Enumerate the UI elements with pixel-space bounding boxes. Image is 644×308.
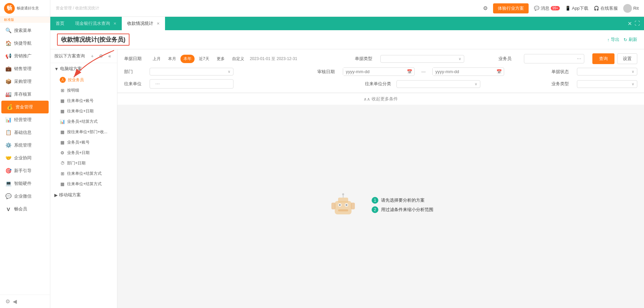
sidebar-item-member-label: 畅会员 — [14, 206, 27, 212]
scheme-item-by-unit-date[interactable]: ▦ 往来单位+日期 — [50, 106, 117, 116]
date-btn-this-year[interactable]: 本年 — [180, 55, 195, 63]
export-btn[interactable]: ↑ 导出 — [607, 37, 620, 43]
tabbar-right: ✕ ⛶ — [628, 20, 644, 27]
scheme-settings-btn[interactable]: ⚙ — [98, 53, 104, 59]
scheme-item-by-unit-settlement3[interactable]: ▦ 往来单位+结算方式 — [50, 179, 117, 189]
collapse-label: 收起更多条件 — [372, 96, 398, 102]
refresh-btn[interactable]: ↻ 刷新 — [624, 37, 637, 43]
sidebar-item-warehouse[interactable]: 🏭 库存核算 — [0, 88, 50, 101]
tab-collection-stat[interactable]: 收款情况统计 ✕ — [122, 17, 165, 30]
collapse-more-bar[interactable]: ∧∧ 收起更多条件 — [117, 93, 644, 105]
home-icon: 🏠 — [5, 40, 11, 46]
sidebar-item-sales[interactable]: 💼 销售管理 — [0, 62, 50, 75]
date-btn-this-month[interactable]: 本月 — [165, 55, 179, 63]
doc-status-select[interactable]: ∨ — [577, 68, 637, 75]
panel-collapse-btn[interactable]: « — [106, 53, 113, 59]
left-panel: 按以下方案查询 + ⚙ « ▼ 电脑端方案 人 — [50, 49, 117, 308]
sidebar-item-marketing[interactable]: 📢 营销推广 — [0, 50, 50, 62]
review-date-from-input[interactable] — [343, 68, 405, 75]
tab-maximize-btn[interactable]: ⛶ — [635, 20, 640, 27]
tip-text-1: 请先选择要分析的方案 — [381, 197, 425, 203]
scheme-item-by-unit-account[interactable]: ▦ 往来单位+账号 — [50, 96, 117, 106]
review-date-from-calendar-icon[interactable]: 📅 — [405, 69, 414, 74]
staff-more-icon[interactable]: ··· — [577, 56, 581, 62]
scheme-item-by-dept-date[interactable]: ⏱ 部门+日期 — [50, 158, 117, 168]
desktop-scheme-header[interactable]: ▼ 电脑端方案 — [50, 63, 117, 74]
user-icon — [623, 4, 632, 13]
gear-settings-btn[interactable]: ⚙ — [483, 5, 488, 11]
by-staff-date-icon: ⚙ — [60, 150, 65, 156]
dept-select[interactable]: ∨ — [150, 68, 233, 75]
collapse-chevron-icon: ∧∧ — [364, 97, 370, 102]
sidebar-item-finance[interactable]: 💰 资金管理 — [1, 101, 49, 113]
sidebar-item-system[interactable]: ⚙️ 系统管理 — [0, 139, 50, 152]
by-unit-date-icon: ▦ — [60, 109, 65, 114]
review-date-to-input[interactable] — [433, 68, 494, 75]
partner-select[interactable]: ··· — [150, 79, 233, 89]
page-header-actions: ↑ 导出 ↻ 刷新 — [607, 37, 638, 43]
sidebar-item-enterprise[interactable]: 🤝 企业协同 — [0, 152, 50, 164]
user-profile-btn[interactable]: Rit — [623, 4, 639, 13]
add-scheme-btn[interactable]: + — [89, 53, 96, 59]
by-dept-date-icon: ⏱ — [60, 161, 65, 166]
biz-type-select[interactable]: ∨ — [577, 80, 637, 88]
trial-plan-btn[interactable]: 体验行业方案 — [493, 3, 529, 13]
messages-btn[interactable]: 💬 消息 99+ — [534, 5, 560, 11]
scheme-item-by-staff-account[interactable]: ▦ 业务员+账号 — [50, 137, 117, 148]
date-range-text: 2023-01-01 至 2023-12-31 — [250, 56, 297, 62]
desktop-scheme-section: ▼ 电脑端方案 人 按业务员 ⊞ 按明细 ▦ 往来单位+账号 — [50, 63, 117, 189]
date-btn-custom[interactable]: 自定义 — [229, 55, 247, 63]
tip-item-2: 2 用过滤条件来缩小分析范围 — [372, 206, 433, 213]
tab-home[interactable]: 首页 — [50, 17, 70, 30]
review-date-to-calendar-icon[interactable]: 📅 — [494, 69, 504, 74]
tabbar: 首页 现金银行流水查询 ✕ 收款情况统计 ✕ ✕ ⛶ — [50, 17, 644, 30]
biz-type-arrow-icon: ∨ — [632, 82, 634, 86]
scheme-item-by-staff-date[interactable]: ⚙ 业务员+日期 — [50, 148, 117, 158]
sidebar-item-purchase[interactable]: 📦 采购管理 — [0, 75, 50, 88]
tab-bank-flow-close[interactable]: ✕ — [113, 21, 116, 26]
mobile-scheme-header[interactable]: ▶ 移动端方案 — [50, 189, 117, 201]
tab-bank-flow[interactable]: 现金银行流水查询 ✕ — [70, 17, 122, 30]
sidebar-item-basic[interactable]: 📋 基础信息 — [0, 126, 50, 139]
by-staff-label: 按业务员 — [68, 77, 84, 83]
date-btn-7days[interactable]: 近7天 — [196, 55, 212, 63]
sidebar-settings-btn[interactable]: ⚙ — [5, 298, 10, 305]
purchase-icon: 📦 — [5, 79, 11, 85]
sidebar-item-operation[interactable]: 📊 经营管理 — [0, 113, 50, 126]
query-btn[interactable]: 查询 — [592, 53, 614, 64]
sidebar-item-member[interactable]: V 畅会员 — [0, 203, 50, 215]
doc-type-arrow-icon: ∨ — [459, 57, 461, 61]
enterprise-icon: 🤝 — [5, 155, 11, 161]
partner-more-btn[interactable]: ··· — [154, 81, 161, 87]
empty-tips: 1 请先选择要分析的方案 2 用过滤条件来缩小分析范围 — [372, 197, 433, 216]
by-unit-settlement2-icon: ⊞ — [60, 171, 65, 176]
sidebar-item-hardware[interactable]: 💻 智能硬件 — [0, 177, 50, 190]
date-btn-more[interactable]: 更多 — [214, 55, 228, 63]
date-btn-last-month[interactable]: 上月 — [150, 55, 164, 63]
online-service-btn[interactable]: 🎧 在线客服 — [594, 5, 618, 11]
partner-category-select[interactable]: ∨ — [396, 80, 480, 88]
by-unit-dept-icon: ▦ — [60, 130, 65, 135]
sidebar-collapse-btn[interactable]: ◀ — [13, 298, 17, 305]
scheme-item-by-unit-dept[interactable]: ▦ 按往来单位+部门+收... — [50, 127, 117, 137]
staff-select[interactable]: ··· — [524, 54, 584, 63]
scheme-item-by-staff-settlement[interactable]: 📊 业务员+结算方式 — [50, 116, 117, 127]
tip-num-1: 1 — [372, 197, 378, 204]
app-download-btn[interactable]: 📱 App下载 — [565, 5, 588, 11]
by-unit-dept-label: 按往来单位+部门+收... — [67, 129, 107, 135]
tab-collection-stat-close[interactable]: ✕ — [157, 21, 160, 26]
sidebar-item-guide[interactable]: 🎯 新手引导 — [0, 164, 50, 177]
sidebar-item-quicknav[interactable]: 🏠 快捷导航 — [0, 37, 50, 50]
sidebar-item-search[interactable]: 🔍 搜索菜单 — [0, 24, 50, 37]
scheme-item-by-unit-settlement2[interactable]: ⊞ 往来单位+结算方式 — [50, 168, 117, 179]
scheme-item-by-staff[interactable]: 人 按业务员 — [50, 74, 117, 85]
settings-filter-btn[interactable]: 设置 — [617, 53, 637, 64]
left-panel-header: 按以下方案查询 + ⚙ « — [50, 49, 117, 63]
scheme-item-by-detail[interactable]: ⊞ 按明细 — [50, 85, 117, 96]
refresh-icon: ↻ — [624, 37, 627, 42]
tab-close-all-btn[interactable]: ✕ — [628, 20, 632, 27]
filter-bar: 单据日期 上月 本月 本年 近7天 更多 自定义 2023-01-01 至 20… — [117, 49, 644, 93]
svg-rect-1 — [338, 198, 348, 203]
doc-type-select[interactable]: ∨ — [380, 55, 464, 63]
sidebar-item-wechat[interactable]: 💬 企业微信 — [0, 190, 50, 203]
